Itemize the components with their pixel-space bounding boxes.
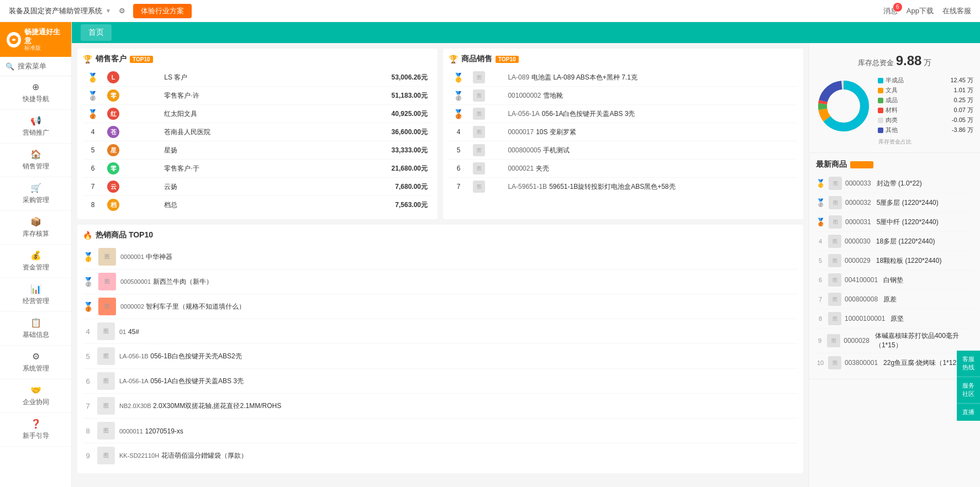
chart-legend: 半成品 12.45 万 文具 1.01 万 成品 0.25 万 材料 0.07 … [878,76,973,136]
sidebar-item-sales[interactable]: 🏠 销售管理 [0,144,71,177]
quick-nav-icon: ⊕ [32,82,39,92]
table-row: 🥉 图 LA-056-1A056-1A白色按键开关盖ABS 3壳 [449,105,798,123]
sidebar-item-basic[interactable]: 📋 基础信息 [0,312,71,346]
marketing-icon: 📢 [30,115,41,126]
sidebar-item-guide[interactable]: ❓ 新手引导 [0,413,71,447]
table-row: 4 图 000001710S 变刷罗紧 [449,123,798,141]
table-row: 🥇 图 LA-089电池盖 LA-089 ABS本色+黑种 7.1克 [449,68,798,87]
list-item: 4 图 01 45# [83,319,798,344]
system-selector[interactable]: 装备及固定资产辅助管理系统 ▼ [9,6,111,16]
sidebar-item-marketing[interactable]: 📢 营销推广 [0,110,71,144]
list-item: 🥇 图 0000001 中华神器 [83,245,798,269]
sidebar-item-label: 经营管理 [23,297,49,306]
list-item: 🥈 图 0000032 5厘多层 (1220*2440) [816,193,973,213]
inventory-title-label: 库存总资金 [858,59,894,67]
sidebar-item-label: 基础信息 [23,330,49,340]
new-products-section: 最新商品 TOP10 🥇 图 0000033 封边带 (1.0*22) 🥈 图 … [809,153,980,379]
table-row: 8 档 档总 7,563.00元 [83,196,432,214]
sidebar-item-purchase[interactable]: 🛒 采购管理 [0,177,71,211]
table-row: 🥇 L LS 客户 53,006.26元 [83,68,432,87]
legend-item: 半成品 12.45 万 [878,76,973,84]
top-selling-products-card: 🏆 商品销售 TOP10 🥇 图 LA-089电池盖 LA-089 ABS本色+… [443,49,803,219]
content-area: 🏆 销售客户 TOP10 🥇 L LS 客户 53,006.26元 🥈 零 零售… [72,43,980,487]
list-item: 5 图 LA-056-1B 056-1B白色按键开关壳ABS2壳 [83,344,798,369]
donut-svg [816,78,871,134]
left-panel: 🏆 销售客户 TOP10 🥇 L LS 客户 53,006.26元 🥈 零 零售… [72,43,809,487]
list-item: 5 图 0000029 18颗粒板 (1220*2440) [816,251,973,271]
search-label: 搜索菜单 [18,61,46,71]
top-bar-right: 消息 6 App下载 在线客服 [883,6,971,16]
table-row: 4 苍 苍南县人民医院 36,600.00元 [83,123,432,141]
sales-icon: 🏠 [30,149,41,160]
search-menu-button[interactable]: 🔍 搜索菜单 [0,57,71,76]
list-item: 6 图 LA-056-1A 056-1A白色按键开关盖ABS 3壳 [83,369,798,394]
sidebar-item-quick-nav[interactable]: ⊕ 快捷导航 [0,76,71,110]
community-button[interactable]: 服务社区 [957,377,980,404]
legend-item: 肉类 -0.05 万 [878,116,973,124]
table-row: 🥈 图 001000002雪地靴 [449,87,798,105]
inventory-icon: 📦 [30,216,41,227]
online-service-button[interactable]: 在线客服 [942,6,971,16]
hot-products-title: 🔥 热销商品 TOP10 [83,230,798,240]
hot-products-list: 🥇 图 0000001 中华神器 🥈 图 000500001 新西兰牛肉（新牛）… [83,245,798,468]
new-products-title: 最新商品 [816,160,847,170]
guide-icon: ❓ [30,419,41,429]
app-download-label: App下载 [907,7,934,15]
list-item: 6 图 004100001 白钢垫 [816,271,973,290]
trophy2-icon: 🏆 [449,55,458,63]
sidebar-item-inventory[interactable]: 📦 库存核算 [0,211,71,245]
message-button[interactable]: 消息 6 [883,6,898,16]
system-name: 装备及固定资产辅助管理系统 [9,6,102,16]
hot-products-label: 热销商品 TOP10 [96,230,153,240]
sidebar-item-system[interactable]: ⚙ 系统管理 [0,346,71,379]
top-badge2: TOP10 [496,56,519,63]
top-bar-left: 装备及固定资产辅助管理系统 ▼ ⚙ 体验行业方案 [9,4,192,18]
sidebar-logo: 畅捷通好生意 标准版 [0,22,71,57]
top-customers-title: 🏆 销售客户 TOP10 [83,54,432,64]
list-item: 9 图 0000028 体碱嘉核味苏打饮品400毫升（1*15） [816,329,973,353]
chevron-down-icon: ▼ [106,8,111,14]
finance-icon: 💰 [30,250,41,261]
top-customers-list: 🥇 L LS 客户 53,006.26元 🥈 零 零售客户·许 51,183.0… [83,68,432,214]
hot-products-card: 🔥 热销商品 TOP10 🥇 图 0000001 中华神器 🥈 图 000500… [77,225,803,473]
sidebar-item-business[interactable]: 📊 经营管理 [0,278,71,312]
new-top10-badge: TOP10 [850,161,873,168]
sidebar-item-finance[interactable]: 💰 资金管理 [0,245,71,278]
list-item: 🥉 图 0000002 智利车子里（规格不知道填什么） [83,294,798,319]
gear-button[interactable]: ⚙ [115,4,129,18]
sidebar-item-enterprise[interactable]: 🤝 企业协同 [0,379,71,413]
chart-area: 半成品 12.45 万 文具 1.01 万 成品 0.25 万 材料 0.07 … [816,76,973,136]
customer-service-button[interactable]: 客服热线 [957,351,980,377]
chart-label: 库存资金占比 [816,138,973,146]
inventory-total: 库存总资金 9.88 万 [816,50,973,74]
hot-icon: 🔥 [83,231,92,240]
table-row: 5 星 星扬 33,333.00元 [83,141,432,160]
table-row: 5 图 000800005手机测试 [449,141,798,160]
float-buttons: 客服热线 服务社区 直播 [957,351,980,421]
nav-item-home[interactable]: 首页 [81,24,112,41]
message-badge: 6 [893,3,902,12]
purchase-icon: 🛒 [30,183,41,193]
table-row: 🥈 零 零售客户·许 51,183.00元 [83,87,432,105]
donut-chart [816,78,871,134]
selling-table: 🥇 图 LA-089电池盖 LA-089 ABS本色+黑种 7.1克 🥈 图 0… [449,68,798,195]
enterprise-icon: 🤝 [30,385,41,395]
list-item: 8 图 0000011 12070519-xs [83,419,798,443]
main-content: 首页 🏆 销售客户 TOP10 🥇 [72,22,980,487]
table-row: 6 图 0000021夹壳 [449,160,798,178]
list-item: 8 图 10000100001 原坚 [816,309,973,329]
inventory-unit: 万 [924,58,931,67]
live-button[interactable]: 直播 [957,404,980,421]
trial-button[interactable]: 体验行业方案 [133,4,192,18]
system-icon: ⚙ [32,351,40,362]
legend-item: 其他 -3.86 万 [878,126,973,134]
table-row: 7 图 LA-59651-1B59651-1B旋转投影灯电池盒ABS黑色+58壳 [449,178,798,196]
app-download-button[interactable]: App下载 [907,6,934,16]
sidebar-item-label: 采购管理 [23,195,49,205]
business-icon: 📊 [30,284,41,294]
legend-item: 文具 1.01 万 [878,86,973,94]
list-item: 10 图 003800001 22g鱼豆腐·烧烤味（1*12*20） [816,353,973,372]
basic-icon: 📋 [30,317,41,328]
table-row: 7 云 云扬 7,680.00元 [83,178,432,196]
two-col-layout: 🏆 销售客户 TOP10 🥇 L LS 客户 53,006.26元 🥈 零 零售… [77,49,803,219]
